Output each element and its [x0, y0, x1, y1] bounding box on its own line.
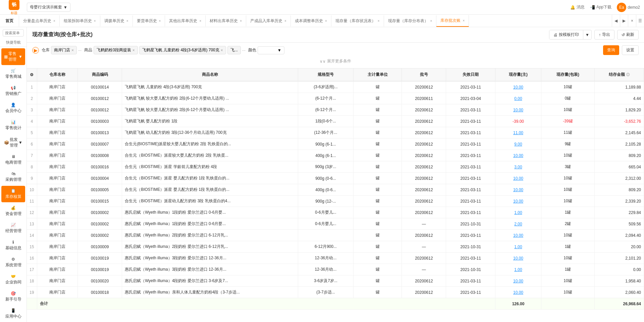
tab-diaobodanhis[interactable]: 调拨单历史 ×	[100, 15, 133, 26]
remove-product-icon[interactable]: ×	[132, 48, 135, 53]
tab-zuzhangchaijian[interactable]: 组装拆卸单历史 ×	[60, 15, 100, 26]
tab-close-icon[interactable]: ×	[463, 19, 465, 22]
sidebar-item-xinshou[interactable]: 🎯 新手引导	[1, 288, 25, 305]
cell-stock-main[interactable]: 10.00	[495, 150, 541, 161]
tab-fenliangpandian[interactable]: 分量盘点单历史 ×	[19, 15, 60, 26]
messages-btn[interactable]: 🔔 消息	[570, 4, 585, 10]
cell-stock-main[interactable]: 11.00	[495, 127, 541, 139]
cell-product-name: 飞鹤星飞帆 较大婴儿配方奶粉 2段(6-12个月婴幼儿适用) ...	[122, 104, 298, 116]
sidebar-item-lingshoutongji[interactable]: 📊 零售统计	[1, 117, 25, 133]
table-container: ⚙ 仓库名称 商品编码 商品名称 规格型号 主计量单位 批号 失效日期 现存量(…	[27, 68, 644, 322]
cell-balance-amount: 2,312.00	[595, 173, 644, 184]
app-download-btn[interactable]: 📲 App下载	[590, 4, 611, 10]
tab-close-icon[interactable]: ×	[159, 19, 161, 23]
sidebar-item-qiyexietong[interactable]: 🤝 企业协同	[1, 271, 25, 288]
cell-stock-main[interactable]: 10.00	[495, 104, 541, 116]
info-icon[interactable]: ⓘ	[626, 73, 630, 76]
query-btn[interactable]: 查询	[603, 45, 619, 55]
cell-stock-main[interactable]: 10.00	[495, 173, 541, 184]
cell-warehouse: 南岸门店	[37, 116, 78, 127]
expand-filter-btn[interactable]: ▶	[32, 47, 39, 54]
cell-stock-main[interactable]: 10.00	[495, 253, 541, 264]
cell-stock-main[interactable]: -39.00	[495, 116, 541, 127]
tab-menu-btn[interactable]: ☰	[636, 15, 644, 27]
cell-stock-main[interactable]: 10.00	[495, 275, 541, 287]
tab-close-all-btn[interactable]: ×	[628, 15, 636, 27]
sidebar-item-lingshouguan[interactable]: ▦ 零售管理 ▼	[1, 48, 25, 65]
sidebar-item-huiyuan[interactable]: 👤 会员中心	[1, 100, 25, 116]
sidebar-item-jichu[interactable]: ℹ 基础信息	[1, 237, 25, 254]
print-dropdown-btn[interactable]: ▼	[583, 31, 591, 39]
cell-stock-main[interactable]: 10.00	[495, 81, 541, 93]
cell-stock-main[interactable]: 9.00	[495, 139, 541, 150]
cell-stock-main[interactable]: 1.00	[495, 241, 541, 253]
tab-close-icon[interactable]: ×	[325, 19, 327, 23]
tab-next-btn[interactable]: ▶	[620, 15, 628, 27]
export-btn[interactable]: ↑ 导出	[594, 30, 614, 40]
tab-kucunpici[interactable]: 库存批次账 ×	[436, 15, 469, 27]
settings-btn[interactable]: 设置	[622, 45, 639, 55]
tab-home[interactable]: 首页	[0, 15, 19, 26]
tab-close-icon[interactable]: ×	[284, 19, 286, 23]
warehouse-tag[interactable]: 南岸门店 ×	[51, 46, 77, 54]
sidebar-item-jingying[interactable]: 📈 经营管理	[1, 220, 25, 236]
tab-xiancunzhuangtai[interactable]: 现存量（库存状况表） ×	[331, 15, 384, 26]
cell-stock-main[interactable]: 3.00	[495, 161, 541, 173]
cell-stock-main[interactable]: 2.00	[495, 218, 541, 230]
cell-stock-main[interactable]: 10.00	[495, 287, 541, 298]
cell-balance-amount: 809.20	[595, 184, 644, 196]
tab-close-icon[interactable]: ×	[199, 19, 201, 23]
expand-more-btn[interactable]: ∨∨ 展开更多条件	[317, 57, 354, 65]
tab-close-icon[interactable]: ×	[378, 19, 380, 23]
sidebar-item-yingyong[interactable]: 📱 应用中心	[1, 306, 25, 322]
tab-close-icon[interactable]: ×	[53, 19, 55, 23]
cell-stock-main[interactable]: 10.00	[495, 230, 541, 241]
tab-chenben[interactable]: 成本调整单历史 ×	[291, 15, 331, 26]
refresh-btn[interactable]: ↺ 刷新	[617, 30, 639, 40]
user-area[interactable]: Ea demo2	[617, 3, 640, 12]
cell-stock-main[interactable]: 1.00	[495, 264, 541, 275]
cell-product-name: 飞鹤星飞帆 儿童奶粉 4段(3-6岁适用) 700克	[122, 81, 298, 93]
print-btn[interactable]: 🖨 按模板打印	[549, 30, 583, 39]
sidebar-item-xitong[interactable]: ⚙ 系统管理	[1, 254, 25, 271]
tab-chanchengpin[interactable]: 产成品入库单历史 ×	[246, 15, 291, 26]
tab-cailiao[interactable]: 材料出库单历史 ×	[206, 15, 246, 26]
product-tag-2[interactable]: 飞...	[227, 46, 241, 54]
tab-close-icon[interactable]: ×	[126, 19, 128, 23]
search-input[interactable]	[3, 29, 24, 37]
sidebar-item-icon: 📦	[4, 140, 9, 145]
tab-close-icon[interactable]: ×	[240, 19, 242, 23]
cell-stock-main[interactable]: 10.00	[495, 184, 541, 196]
cell-stock-main[interactable]: 1.00	[495, 207, 541, 218]
color-dropdown[interactable]: ▼	[258, 46, 284, 54]
tab-close-icon[interactable]: ×	[94, 19, 96, 23]
product-tag-1[interactable]: 飞鹤星飞帆 儿童奶粉 4段(3-6岁适用) 700克 ×	[139, 46, 226, 54]
th-settings[interactable]: ⚙	[27, 68, 37, 81]
cell-stock-pack: 10罐	[541, 253, 594, 264]
cell-product-code: 00100012	[78, 104, 122, 116]
tab-prev-btn[interactable]: ◀	[612, 15, 620, 27]
sidebar-item-kucunhesuan[interactable]: 📋 库存核算	[1, 186, 25, 202]
sidebar-item-icon: 🛒	[11, 68, 16, 73]
remove-product-icon[interactable]: ×	[221, 48, 223, 53]
sidebar-item-label: 资金管理	[5, 211, 21, 217]
sidebar-item-yingxiao[interactable]: 📢 营销推广	[1, 83, 25, 99]
sidebar-item-zijin[interactable]: 💰 资金管理	[1, 203, 25, 219]
sidebar-item-dianshang[interactable]: 🖥 电商管理	[1, 152, 25, 168]
sidebar-item-caigou[interactable]: 🛍 采购管理	[1, 169, 25, 185]
tab-close-icon[interactable]: ×	[430, 19, 432, 23]
remove-warehouse-icon[interactable]: ×	[71, 48, 74, 53]
company-selector[interactable]: 母婴行业演示账套 ▼	[27, 3, 70, 12]
cell-stock-main[interactable]: 10.00	[495, 196, 541, 207]
product-tag-0[interactable]: 飞鹤奶粉3段两提装 ×	[94, 46, 138, 54]
cell-balance-amount: 809.20	[595, 150, 644, 161]
tab-qitachuku[interactable]: 其他出库单历史 ×	[165, 15, 206, 26]
cell-warehouse: 南岸门店	[37, 264, 78, 275]
sidebar-item-pifaguan[interactable]: 📦 批发管理 ▼	[1, 134, 25, 151]
sidebar-item-lingshoucheng[interactable]: 🛒 零售商城	[1, 66, 25, 82]
cell-stock-main[interactable]: 0.00	[495, 93, 541, 104]
product-ellipsis[interactable]: ···	[242, 48, 246, 53]
tab-xiancunfenbu[interactable]: 现存量（库存分布表） ×	[384, 15, 437, 26]
warehouse-ellipsis[interactable]: ···	[78, 48, 82, 53]
tab-yaohuo[interactable]: 要货单历史 ×	[133, 15, 165, 26]
